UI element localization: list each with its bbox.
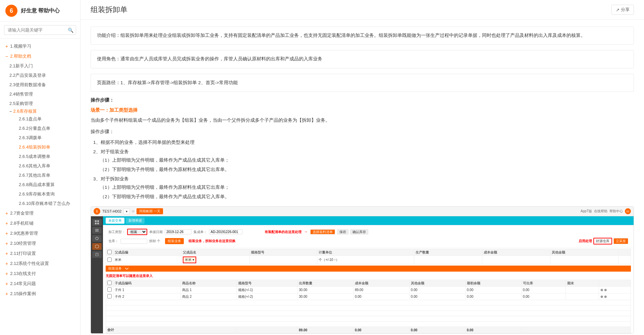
share-button[interactable]: ↗ 分享 (611, 5, 634, 15)
ss-select-config-btn[interactable]: 选择装料清单 (310, 229, 335, 234)
ss-app-logo: 6 (94, 208, 100, 215)
ss-date-input[interactable] (165, 229, 192, 234)
ss-select-all[interactable] (107, 250, 112, 254)
ss-left-nav (91, 216, 103, 333)
ss-footer-qty (236, 327, 297, 333)
ss-sub-th-child-code: 子成品编码 (113, 280, 181, 287)
ss-company-dropdown[interactable]: ▾ (123, 209, 130, 214)
ss-sub-th-spec: 规格型号 (236, 280, 297, 287)
ss-row-check-1[interactable] (107, 258, 112, 262)
ss-td-unit-1: 个（+/-10 ↑） (317, 256, 414, 264)
ss-sub-th-check (106, 280, 113, 287)
ss-sub-td-spec-2: 规格(+/-2) (236, 293, 297, 300)
sidebar-item-s2-4[interactable]: 2.4销售管理 (9, 90, 80, 99)
ss-row-copy-2[interactable]: ⊕ (600, 295, 603, 298)
ss-topbar: 6 TEST-H002 ▾ ⟳ 同期账期 一天 AppT版 在线帮助 帮助中心 … (91, 207, 634, 216)
ss-sub-th-other: 其他金额 (409, 280, 465, 287)
sidebar-item-s2-7[interactable]: + 2.7资金管理 (0, 208, 80, 218)
ss-th-actions (618, 249, 631, 256)
plus-icon-s2-10: + (5, 241, 8, 246)
ss-sub-td-name-1: 商品 1 (180, 287, 236, 293)
path-block: 页面路径：1、库存核算->库存管理->组装拆卸单 2、首页->常用功能 (91, 74, 634, 92)
ss-form-area: 加工类型： 组装 拆卸 单据日期 集成单： (103, 225, 634, 248)
ss-sub-td-avail-1: 0.00 (521, 287, 566, 293)
ss-row-del-2[interactable]: ⊗ (604, 295, 607, 298)
plus-icon-s2-12: + (5, 261, 8, 266)
ss-lower-table-header-row: 子成品编码 商品名称 规格型号 出库数量 成本金额 其他金额 期初余额 可出库 (106, 280, 631, 287)
sidebar-item-s2-6-header[interactable]: − 2.6库存核算 (9, 108, 80, 114)
sidebar-item-s2-6-10[interactable]: 2.6.10库存账本错了怎么办 (19, 199, 80, 208)
sidebar-item-s2-6-5[interactable]: 2.6.5成本调整单 (19, 152, 80, 161)
ss-store-select[interactable]: 好源仓库 (593, 238, 612, 244)
ss-row-del-1[interactable]: ⊗ (604, 288, 607, 292)
ss-period-btn[interactable]: 同期账期 一天 (137, 208, 163, 214)
sidebar-item-s2-6-9[interactable]: 2.6.9库存账本查询 (19, 189, 80, 199)
sidebar-item-s2-5[interactable]: 2.5采购管理 (9, 99, 80, 108)
ss-td-cost-1 (482, 256, 550, 264)
table-row: 子件 1 商品 1 规格(+/-1) 30.00 89.00 0.00 0.00… (106, 287, 631, 293)
sidebar-item-s2-6-7[interactable]: 2.6.7其他出库单 (19, 171, 80, 180)
logo-text: 好生意 帮助中心 (21, 7, 60, 14)
sidebar-item-s2-6-3[interactable]: 2.6.3调拨单 (19, 133, 80, 143)
ss-footer-label: 合计 (106, 327, 237, 333)
ss-save-btn[interactable]: 保存 (337, 229, 348, 234)
ss-store-input[interactable] (120, 239, 147, 244)
sidebar-item-s2-13[interactable]: + 2.13在线支付 (0, 269, 80, 279)
step3-sub1: （1）上部明细为父件明细，最终作为原材料生成其它出库单； (100, 183, 634, 191)
search-icon[interactable]: 🔍 (68, 27, 73, 33)
sidebar-item-s2-6-2[interactable]: 2.6.2分量盘点单 (19, 124, 80, 133)
ss-lower-table-footer-row: 合计 89.00 0.00 0.00 0.00 (106, 327, 631, 333)
sidebar-item-s2-6-4[interactable]: 2.6.4组装拆卸单 (19, 143, 80, 152)
table-row (106, 311, 631, 316)
ss-sub-td-endbal-2 (566, 293, 599, 300)
sidebar-item-s2-15[interactable]: + 2.15操作案例 (0, 289, 80, 299)
sidebar-item-s2-6-6[interactable]: 2.6.6其他入库单 (19, 161, 80, 171)
ss-sub-select-all[interactable] (107, 281, 112, 285)
sidebar-item-s2-2[interactable]: 2.2产品安装及登录 (9, 71, 80, 80)
ss-th-unit: 计量单位 (317, 249, 414, 256)
ss-proc-type-select[interactable]: 组装 拆卸 (127, 229, 147, 235)
search-input[interactable] (4, 25, 76, 35)
sidebar-item-s2-8[interactable]: + 2.8手机旺铺 (0, 218, 80, 228)
ss-parent-name-input[interactable]: 米米 ▾ (183, 257, 196, 263)
sidebar-item-s1[interactable]: + 1.视频学习 (0, 41, 80, 51)
ss-tab-new[interactable]: 未提交单 (106, 218, 124, 224)
ss-th-other: 其他金额 (550, 249, 618, 256)
plus-icon-s2-8: + (5, 221, 8, 226)
sidebar-item-s2-9[interactable]: + 2.9优惠券管理 (0, 228, 80, 238)
ss-nav-item-4 (92, 243, 102, 250)
sidebar-item-s2-6-8[interactable]: 2.6.8商品成本重算 (19, 180, 80, 189)
ss-jld-input[interactable] (209, 229, 243, 234)
ss-footer-avail: 0.00 (465, 327, 521, 333)
ss-tab-submitted[interactable]: 新增单据 (126, 218, 145, 224)
ss-sub-td-avail-2: 0.00 (521, 293, 566, 300)
sidebar-item-s2-12[interactable]: + 2.12系统个性化设置 (0, 259, 80, 269)
sidebar-item-s2-1[interactable]: 2.1新手入门 (9, 61, 80, 71)
sidebar-item-s2[interactable]: − 2.帮助文档 (0, 51, 80, 61)
sidebar-item-s2-6-1[interactable]: 2.6.1盘点单 (19, 114, 80, 124)
logo-area: 6 好生意 帮助中心 (0, 0, 80, 22)
ss-td-check-1 (106, 256, 113, 264)
ss-confirm-btn[interactable]: 确认库存 (350, 229, 368, 234)
minus-icon-s2-6: − (9, 109, 12, 114)
ss-sub-th-avail: 可出库 (521, 280, 566, 287)
table-row (106, 316, 631, 322)
ss-sub-td-endbal-1 (566, 287, 599, 293)
ss-nav-item-3 (92, 235, 102, 242)
scene1-desc: 当由多个子件材料组装成一个成品的业务为【组装】业务，当由一个父件拆分成多个子产品… (91, 116, 634, 125)
ss-footer-other: 0.00 (353, 327, 409, 333)
ss-annotation-area-1: 有装配清单的在这里处理 → 选择装料清单 保存 确认库存 (265, 229, 368, 234)
logo-icon: 6 (5, 5, 17, 17)
sidebar-item-s2-3[interactable]: 2.3使用前数据准备 (9, 80, 80, 90)
nav-sub-s2: 2.1新手入门 2.2产品安装及登录 2.3使用前数据准备 2.4销售管理 2.… (0, 61, 80, 208)
ss-sub-td-initbal-1: 0.00 (465, 287, 521, 293)
page-title: 组装拆卸单 (91, 5, 127, 15)
ss-app-t: AppT版 (581, 209, 592, 214)
sidebar-item-s2-11[interactable]: + 2.11打印设置 (0, 248, 80, 259)
ss-type-switch-btn[interactable]: 组装业务 (165, 238, 184, 244)
ss-footer-cost: 89.00 (298, 327, 354, 333)
sidebar-item-s2-14[interactable]: + 2.14常见问题 (0, 279, 80, 289)
ss-apply-btn[interactable]: 立采发 (613, 238, 628, 244)
ss-row-copy-1[interactable]: ⊕ (600, 288, 603, 292)
sidebar-item-s2-10[interactable]: + 2.10经营管理 (0, 238, 80, 248)
